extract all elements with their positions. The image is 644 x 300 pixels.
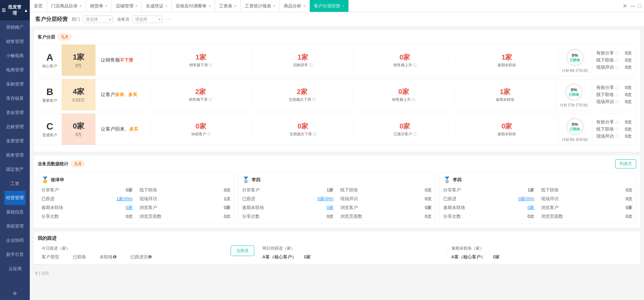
sidebar-item-7[interactable]: 总账管理 — [4, 120, 25, 134]
info-icon-A-1[interactable]: ⓘ — [309, 63, 313, 68]
tab-close-6[interactable]: × — [234, 4, 236, 8]
tier-stat-A-0[interactable]: 1家 销售额下滑 ⓘ — [150, 49, 252, 71]
tier-stat-B-0[interactable]: 2家 销售额下滑 ⓘ — [150, 84, 251, 106]
sidebar-item-8[interactable]: 发票管理 — [4, 134, 25, 148]
sidebar-footer[interactable]: ⚙ — [0, 287, 30, 300]
circle-percent-B: 0% — [569, 87, 579, 92]
tomorrow-follow-col: 明日待跟进（家） A客（核心客户） 0家 — [258, 246, 447, 260]
circle-percent-A: 0% — [570, 53, 580, 58]
sidebar-item-11[interactable]: 工资 — [4, 177, 25, 191]
tier-count-block-B[interactable]: 4家0.53万 — [62, 79, 95, 110]
sidebar-item-6[interactable]: 资金管理 — [4, 106, 25, 120]
sidebar-item-13[interactable]: 基础信息 — [4, 205, 25, 219]
tier-stat-C-1[interactable]: 0家 交易频次下滑 ⓘ — [252, 118, 353, 140]
right-stat-info-icon-C-1[interactable]: ⓘ — [615, 128, 619, 131]
staff-stat-value-left-0-4[interactable]: 0家 — [126, 205, 132, 211]
right-stat-info-icon-A-1[interactable]: ⓘ — [615, 59, 619, 62]
maximize-button[interactable]: □ — [638, 3, 641, 9]
staff-stat-label-right-2-6: 浏览页面数 — [541, 213, 563, 220]
tab-8[interactable]: 商品分析× — [280, 0, 310, 12]
info-icon-C-0[interactable]: ⓘ — [207, 132, 211, 137]
tier-stat-B-1[interactable]: 2家 交易频次下滑 ⓘ — [251, 84, 353, 106]
follow-button[interactable]: 去跟进 — [231, 246, 254, 256]
staff-stat-value-left-1-2[interactable]: 0家(0%) — [317, 196, 334, 202]
sidebar-item-2[interactable]: 小畅电商 — [4, 49, 25, 63]
tier-letter-C: C — [46, 121, 53, 132]
tab-close-1[interactable]: × — [80, 4, 82, 8]
right-stat-info-icon-C-0[interactable]: ⓘ — [615, 120, 619, 124]
sidebar-item-17[interactable]: 云应用 — [4, 262, 25, 276]
tier-stat-A-1[interactable]: 1家 回购异常 ⓘ — [252, 49, 353, 71]
info-icon-C-2[interactable]: ⓘ — [413, 132, 416, 137]
tier-stat-B-3[interactable]: 1家 逾期未联络 — [454, 84, 556, 106]
tab-6[interactable]: 工资表× — [215, 0, 241, 12]
tab-5[interactable]: 应收应付调整单× — [172, 0, 215, 12]
staff-select[interactable]: 请选择 — [132, 16, 163, 23]
sidebar-item-1[interactable]: 销售管理 — [4, 34, 25, 49]
staff-select-wrapper[interactable]: 请选择 — [132, 16, 163, 23]
tab-close-7[interactable]: × — [273, 4, 275, 8]
tier-stat-B-2[interactable]: 0家 销售额上升 ⓘ — [353, 84, 454, 106]
info-icon-A-0[interactable]: ⓘ — [209, 63, 212, 68]
sidebar-item-15[interactable]: 企业协同 — [4, 233, 25, 248]
stat-label-C-0: 休眠客户 ⓘ — [191, 132, 211, 137]
info-icon-B-2[interactable]: ⓘ — [412, 97, 415, 102]
sidebar-item-5[interactable]: 库存核算 — [4, 91, 25, 106]
tab-2[interactable]: 销货单× — [86, 0, 112, 12]
dept-select-wrapper[interactable]: 请选择 — [83, 16, 113, 23]
staff-stat-value-left-2-4[interactable]: 0家 — [528, 205, 534, 211]
staff-stat-value-left-0-2[interactable]: 1家(0%) — [116, 196, 133, 202]
minimize-button[interactable]: — — [630, 3, 635, 9]
staff-stat-value-left-1-4[interactable]: 0家 — [327, 205, 334, 211]
tab-7[interactable]: 工资统计报表× — [241, 0, 280, 12]
tier-stats-B: 2家 销售额下滑 ⓘ2家 交易频次下滑 ⓘ0家 销售额上升 ⓘ1家 逾期未联络 — [150, 79, 556, 110]
right-stat-info-icon-A-0[interactable]: ⓘ — [615, 51, 619, 55]
tier-stat-C-3[interactable]: 0家 逾期未联络 — [456, 118, 558, 140]
tier-count-block-A[interactable]: 1家0万 — [62, 45, 95, 76]
sidebar-item-4[interactable]: 采购管理 — [4, 77, 25, 91]
tab-9[interactable]: 客户分层经营× — [310, 0, 349, 12]
sidebar-items: 营销推广销售管理小畅电商电商管理采购管理库存核算资金管理总账管理发票管理税务管理… — [4, 20, 25, 276]
staff-grid: 🥇徐泽华分管客户0家线下联络0次已跟进1家(0%)现场拜访1次逾期未联络0家浏览… — [38, 172, 636, 224]
sidebar-item-3[interactable]: 电商管理 — [4, 63, 25, 77]
more-options-button[interactable]: ··· — [165, 16, 172, 22]
close-all-button[interactable]: ✕ — [623, 3, 627, 9]
right-stat-info-icon-C-2[interactable]: ⓘ — [615, 135, 619, 138]
sidebar-item-14[interactable]: 系统管理 — [4, 219, 25, 233]
tab-actions: ✕ — □ — [623, 3, 644, 9]
info-icon-C-1[interactable]: ⓘ — [313, 132, 316, 137]
sidebar-item-0[interactable]: 营销推广 — [4, 20, 25, 34]
tier-stat-C-2[interactable]: 0家 已激活客户 ⓘ — [353, 118, 455, 140]
tab-close-9[interactable]: × — [342, 4, 344, 8]
right-stat-info-icon-B-1[interactable]: ⓘ — [615, 93, 619, 97]
tab-1[interactable]: 门店商品目录× — [47, 0, 86, 12]
tab-close-5[interactable]: × — [209, 4, 211, 8]
right-stat-info-icon-A-2[interactable]: ⓘ — [615, 66, 619, 69]
sidebar-item-10[interactable]: 固定资产 — [4, 162, 25, 177]
tier-stat-A-3[interactable]: 1家 逾期未联络 — [456, 49, 558, 71]
tab-4[interactable]: 生成凭证× — [142, 0, 172, 12]
dept-select[interactable]: 请选择 — [83, 16, 113, 23]
info-icon-B-0[interactable]: ⓘ — [209, 97, 212, 102]
tab-0[interactable]: 首页 — [30, 0, 47, 12]
sidebar-item-16[interactable]: 新手引导 — [4, 248, 25, 262]
tab-close-4[interactable]: × — [166, 4, 168, 8]
tier-count-block-C[interactable]: 0家0万 — [62, 114, 95, 145]
tab-close-3[interactable]: × — [135, 4, 137, 8]
list-view-button[interactable]: 列表式 — [615, 159, 636, 168]
tab-close-2[interactable]: × — [105, 4, 107, 8]
info-icon-B-1[interactable]: ⓘ — [312, 97, 316, 102]
tab-3[interactable]: 店铺管理× — [112, 0, 142, 12]
tab-close-8[interactable]: × — [303, 4, 305, 8]
sidebar-header[interactable]: ☰ 批发管理 ▲ — [0, 0, 30, 20]
sidebar-item-9[interactable]: 税务管理 — [4, 148, 25, 162]
tier-stat-A-2[interactable]: 0家 销售额上升 ⓘ — [353, 49, 455, 71]
tier-stat-C-0[interactable]: 0家 休眠客户 ⓘ — [150, 118, 252, 140]
right-stat-info-icon-B-0[interactable]: ⓘ — [615, 86, 619, 90]
tab-label-7: 工资统计报表 — [245, 3, 271, 9]
info-icon-A-2[interactable]: ⓘ — [413, 63, 416, 68]
stat-number-C-3: 0家 — [501, 122, 512, 131]
staff-stat-value-left-2-2[interactable]: 0家(0%) — [518, 196, 535, 202]
right-stat-info-icon-B-2[interactable]: ⓘ — [615, 100, 619, 104]
sidebar-item-12[interactable]: 经营管理 — [4, 191, 25, 205]
